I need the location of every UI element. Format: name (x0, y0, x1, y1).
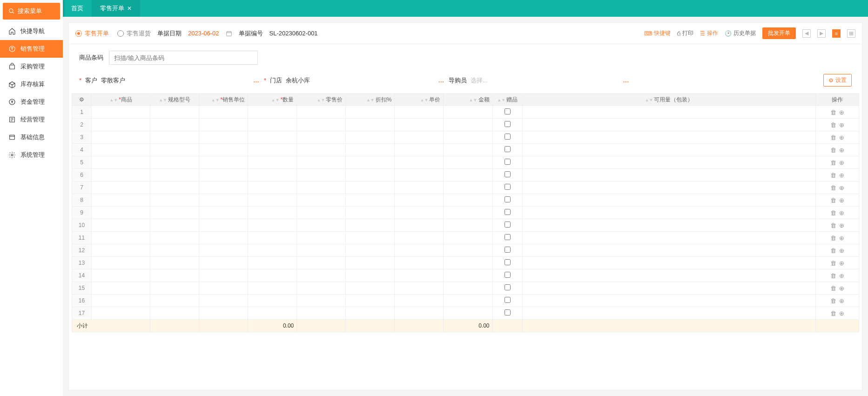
cell-discount[interactable] (346, 307, 395, 320)
cell-spec[interactable] (150, 181, 199, 194)
table-row[interactable]: 8🗑⊕ (72, 194, 859, 207)
cell-unit-price[interactable] (395, 194, 444, 207)
cell-qty[interactable] (248, 207, 297, 219)
cell-retail-price[interactable] (297, 156, 346, 169)
cell-qty[interactable] (248, 219, 297, 232)
cell-unit[interactable] (199, 232, 248, 244)
add-row-icon[interactable]: ⊕ (839, 121, 844, 128)
col-unit-price[interactable]: ▲▼单价 (395, 94, 444, 106)
cell-product[interactable] (92, 307, 150, 320)
view-grid-button[interactable]: ▦ (847, 29, 855, 38)
cell-unit[interactable] (199, 131, 248, 144)
delete-icon[interactable]: 🗑 (830, 109, 836, 116)
cell-gift[interactable] (492, 156, 522, 169)
gift-checkbox[interactable] (505, 121, 511, 127)
cell-gift[interactable] (492, 106, 522, 119)
cell-gift[interactable] (492, 219, 522, 232)
cell-unit-price[interactable] (395, 119, 444, 131)
add-row-icon[interactable]: ⊕ (839, 222, 844, 229)
cell-qty[interactable] (248, 156, 297, 169)
tab-home[interactable]: 首页 (63, 0, 92, 17)
cell-product[interactable] (92, 131, 150, 144)
cell-gift[interactable] (492, 131, 522, 144)
ellipsis-icon[interactable]: … (623, 77, 629, 84)
table-row[interactable]: 13🗑⊕ (72, 257, 859, 269)
cell-spec[interactable] (150, 119, 199, 131)
gift-checkbox[interactable] (505, 309, 511, 315)
cell-unit[interactable] (199, 106, 248, 119)
col-amount[interactable]: ▲▼金额 (444, 94, 492, 106)
table-row[interactable]: 15🗑⊕ (72, 282, 859, 295)
delete-icon[interactable]: 🗑 (830, 159, 836, 166)
cell-product[interactable] (92, 144, 150, 156)
table-row[interactable]: 5🗑⊕ (72, 156, 859, 169)
customer-picker[interactable]: 零散客户 … (101, 75, 259, 86)
cell-gift[interactable] (492, 207, 522, 219)
cell-qty[interactable] (248, 169, 297, 181)
cell-discount[interactable] (346, 131, 395, 144)
next-button[interactable]: ▶ (817, 29, 826, 38)
cell-unit[interactable] (199, 194, 248, 207)
table-row[interactable]: 2🗑⊕ (72, 119, 859, 131)
gift-checkbox[interactable] (505, 221, 511, 228)
print-button[interactable]: ⎙ 打印 (677, 29, 693, 37)
cell-product[interactable] (92, 295, 150, 307)
cell-unit-price[interactable] (395, 269, 444, 282)
cell-amount[interactable] (444, 207, 492, 219)
cell-gift[interactable] (492, 282, 522, 295)
store-picker[interactable]: 余杭小库 … (286, 75, 444, 86)
cell-gift[interactable] (492, 244, 522, 257)
cell-discount[interactable] (346, 106, 395, 119)
delete-icon[interactable]: 🗑 (830, 235, 836, 242)
cell-amount[interactable] (444, 156, 492, 169)
delete-icon[interactable]: 🗑 (830, 121, 836, 128)
cell-discount[interactable] (346, 244, 395, 257)
cell-qty[interactable] (248, 282, 297, 295)
cell-discount[interactable] (346, 156, 395, 169)
gift-checkbox[interactable] (505, 184, 511, 190)
delete-icon[interactable]: 🗑 (830, 260, 836, 267)
cell-gift[interactable] (492, 307, 522, 320)
cell-discount[interactable] (346, 219, 395, 232)
cell-amount[interactable] (444, 106, 492, 119)
cell-discount[interactable] (346, 194, 395, 207)
cell-product[interactable] (92, 207, 150, 219)
radio-retail-sale[interactable]: 零售开单 (75, 29, 109, 38)
add-row-icon[interactable]: ⊕ (839, 260, 844, 267)
gift-checkbox[interactable] (505, 146, 511, 152)
delete-icon[interactable]: 🗑 (830, 209, 836, 216)
cell-unit-price[interactable] (395, 219, 444, 232)
cell-gift[interactable] (492, 295, 522, 307)
table-row[interactable]: 11🗑⊕ (72, 232, 859, 244)
table-row[interactable]: 4🗑⊕ (72, 144, 859, 156)
cell-retail-price[interactable] (297, 207, 346, 219)
cell-unit[interactable] (199, 257, 248, 269)
cell-amount[interactable] (444, 295, 492, 307)
cell-discount[interactable] (346, 144, 395, 156)
ellipsis-icon[interactable]: … (438, 77, 444, 84)
radio-retail-return[interactable]: 零售退货 (117, 29, 151, 38)
gift-checkbox[interactable] (505, 272, 511, 278)
cell-unit[interactable] (199, 295, 248, 307)
cell-retail-price[interactable] (297, 244, 346, 257)
cell-unit[interactable] (199, 169, 248, 181)
cell-product[interactable] (92, 269, 150, 282)
gift-checkbox[interactable] (505, 234, 511, 240)
table-row[interactable]: 10🗑⊕ (72, 219, 859, 232)
salesman-picker[interactable]: 选择... … (471, 75, 629, 86)
col-gear[interactable]: ⚙ (72, 94, 92, 106)
cell-unit[interactable] (199, 144, 248, 156)
cell-amount[interactable] (444, 119, 492, 131)
sidebar-item-sys[interactable]: 系统管理 (0, 146, 63, 164)
cell-product[interactable] (92, 106, 150, 119)
cell-gift[interactable] (492, 181, 522, 194)
cell-product[interactable] (92, 169, 150, 181)
cell-amount[interactable] (444, 307, 492, 320)
cell-gift[interactable] (492, 144, 522, 156)
barcode-input[interactable] (109, 51, 258, 65)
cell-product[interactable] (92, 119, 150, 131)
cell-qty[interactable] (248, 194, 297, 207)
cell-unit-price[interactable] (395, 131, 444, 144)
cell-retail-price[interactable] (297, 181, 346, 194)
shortcut-button[interactable]: ⌨ 快捷键 (644, 29, 671, 37)
